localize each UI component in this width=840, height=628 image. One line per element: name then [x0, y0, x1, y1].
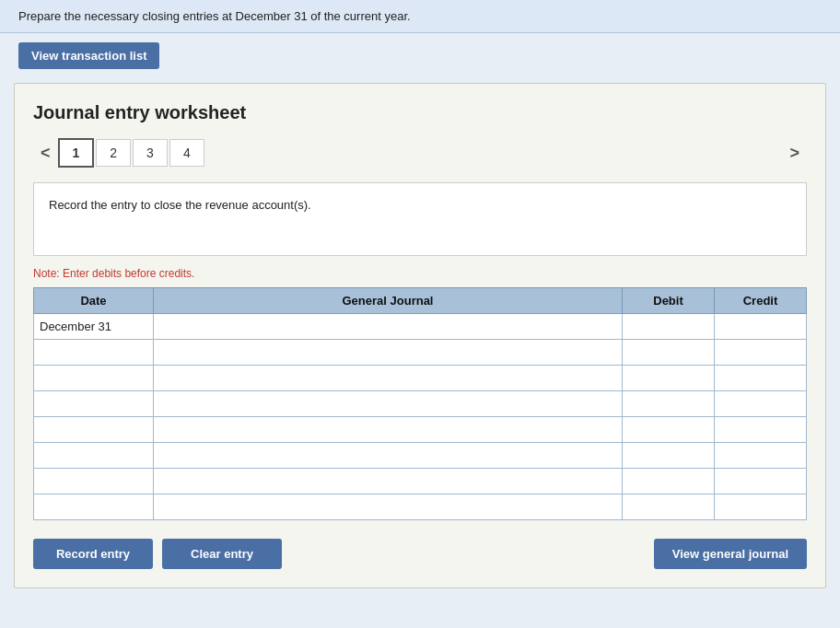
credit-input-5[interactable] [720, 445, 800, 466]
entry-description-box: Record the entry to close the revenue ac… [33, 182, 807, 256]
journal-input-1[interactable] [159, 342, 616, 363]
table-row-credit-5[interactable] [715, 443, 807, 469]
table-row-debit-2[interactable] [623, 366, 715, 391]
tab-navigation: < 1 2 3 4 > [33, 138, 807, 168]
table-row-credit-6[interactable] [715, 469, 807, 494]
credit-input-1[interactable] [720, 342, 800, 363]
table-row-debit-7[interactable] [623, 494, 715, 520]
tab-3[interactable]: 3 [133, 139, 168, 167]
journal-table: Date General Journal Debit Credit Decemb… [33, 287, 807, 520]
tab-4[interactable]: 4 [169, 139, 204, 167]
table-row-journal-2[interactable] [154, 366, 623, 391]
col-header-date: Date [34, 288, 154, 314]
table-row-debit-3[interactable] [623, 391, 715, 417]
table-row-debit-5[interactable] [623, 443, 715, 469]
table-row-journal-3[interactable] [154, 391, 623, 417]
debit-input-0[interactable] [628, 316, 708, 337]
credit-input-3[interactable] [720, 393, 800, 414]
credit-input-4[interactable] [720, 419, 800, 440]
table-row-debit-1[interactable] [623, 340, 715, 366]
debit-input-1[interactable] [628, 342, 708, 363]
journal-input-0[interactable] [159, 316, 616, 337]
table-row-date-1 [34, 340, 154, 366]
credit-input-6[interactable] [720, 471, 800, 492]
debit-input-6[interactable] [628, 471, 708, 492]
table-row-date-7 [34, 494, 154, 520]
debit-input-2[interactable] [628, 367, 708, 389]
table-row-debit-0[interactable] [623, 314, 715, 340]
tab-2[interactable]: 2 [96, 139, 131, 167]
col-header-credit: Credit [715, 288, 807, 314]
table-row-date-6 [34, 469, 154, 494]
table-row-credit-3[interactable] [715, 391, 807, 417]
table-row-date-0: December 31 [34, 314, 154, 340]
credit-input-2[interactable] [720, 367, 800, 389]
table-row-journal-1[interactable] [154, 340, 623, 366]
worksheet-container: Journal entry worksheet < 1 2 3 4 > Reco… [14, 83, 826, 588]
toolbar: View transaction list [0, 33, 840, 78]
entry-description-text: Record the entry to close the revenue ac… [49, 198, 311, 212]
col-header-debit: Debit [623, 288, 715, 314]
credit-input-0[interactable] [720, 316, 800, 337]
table-row-journal-5[interactable] [154, 443, 623, 469]
table-row-journal-7[interactable] [154, 494, 623, 520]
worksheet-title: Journal entry worksheet [33, 102, 807, 123]
table-row-date-3 [34, 391, 154, 417]
table-row-credit-2[interactable] [715, 366, 807, 391]
table-row-credit-4[interactable] [715, 417, 807, 443]
table-row-credit-7[interactable] [715, 494, 807, 520]
table-row-journal-4[interactable] [154, 417, 623, 443]
nav-prev-arrow[interactable]: < [33, 140, 58, 167]
table-row-credit-1[interactable] [715, 340, 807, 366]
table-row-credit-0[interactable] [715, 314, 807, 340]
debit-input-3[interactable] [628, 393, 708, 414]
debit-input-5[interactable] [628, 445, 708, 466]
nav-next-arrow[interactable]: > [782, 140, 807, 167]
table-row-debit-4[interactable] [623, 417, 715, 443]
journal-input-7[interactable] [159, 496, 616, 518]
view-general-journal-button[interactable]: View general journal [654, 539, 807, 569]
instruction-bar: Prepare the necessary closing entries at… [0, 0, 840, 33]
note-text: Note: Enter debits before credits. [33, 267, 807, 280]
clear-entry-button[interactable]: Clear entry [162, 539, 282, 569]
table-row-journal-6[interactable] [154, 469, 623, 494]
journal-input-3[interactable] [159, 393, 616, 414]
credit-input-7[interactable] [720, 496, 800, 518]
journal-input-6[interactable] [159, 471, 616, 492]
journal-input-5[interactable] [159, 445, 616, 466]
view-transaction-button[interactable]: View transaction list [18, 42, 159, 69]
record-entry-button[interactable]: Record entry [33, 539, 153, 569]
tab-1[interactable]: 1 [58, 138, 95, 168]
journal-input-2[interactable] [159, 367, 616, 389]
instruction-text: Prepare the necessary closing entries at… [18, 9, 411, 23]
table-row-date-4 [34, 417, 154, 443]
table-row-date-5 [34, 443, 154, 469]
col-header-general-journal: General Journal [154, 288, 623, 314]
bottom-buttons: Record entry Clear entry View general jo… [33, 539, 807, 569]
table-row-debit-6[interactable] [623, 469, 715, 494]
table-row-date-2 [34, 366, 154, 391]
debit-input-7[interactable] [628, 496, 708, 518]
journal-input-4[interactable] [159, 419, 616, 440]
debit-input-4[interactable] [628, 419, 708, 440]
table-row-journal-0[interactable] [154, 314, 623, 340]
